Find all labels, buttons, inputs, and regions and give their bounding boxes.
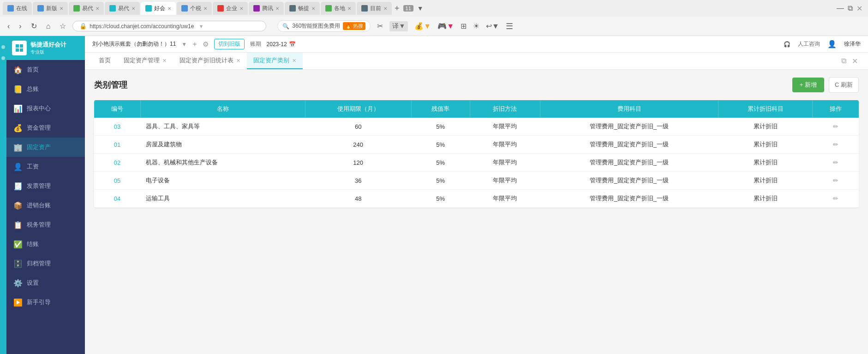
nav-bookmark-btn[interactable]: ☆: [57, 21, 69, 31]
cell-expense-2: 管理费用_固定资产折旧_一级: [540, 154, 718, 172]
account-dropdown-icon[interactable]: ▼: [181, 41, 187, 48]
sidebar-item-report[interactable]: 📊 报表中心: [6, 99, 85, 118]
new-tab-btn[interactable]: +: [395, 4, 400, 13]
sidebar-item-home[interactable]: 🏠 首页: [6, 60, 85, 79]
sidebar-item-asset[interactable]: 🏢 固定资产: [6, 138, 85, 157]
sidebar-item-checkout[interactable]: ✅ 结账: [6, 234, 85, 254]
window-restore-btn[interactable]: ⧉: [848, 4, 853, 12]
invoice-icon: 🧾: [14, 182, 22, 190]
browser-tab-easy2[interactable]: 易代 ✕: [105, 2, 140, 15]
tab-label-easy2: 易代: [118, 5, 129, 12]
browser-tab-good[interactable]: 好会 ✕: [141, 2, 176, 15]
edit-btn-1[interactable]: ✏: [833, 141, 838, 148]
left-edge-bar: [0, 36, 6, 354]
cell-code-1[interactable]: 01: [94, 136, 140, 154]
breadcrumb-tab-depreciation[interactable]: 固定资产折旧统计表 ✕: [173, 53, 247, 69]
table-row: 02 机器、机械和其他生产设备 120 5% 年限平均 管理费用_固定资产折旧_…: [94, 154, 859, 172]
add-category-btn[interactable]: + 新增: [792, 78, 824, 92]
browser-tab-places[interactable]: 各地 ✕: [321, 2, 356, 15]
browser-tab-easy1[interactable]: 易代 ✕: [69, 2, 104, 15]
edit-btn-2[interactable]: ✏: [833, 159, 838, 166]
sidebar-item-inventory[interactable]: 📦 进销台账: [6, 196, 85, 215]
window-restore-inner-btn[interactable]: ⧉: [838, 57, 849, 65]
window-close-btn[interactable]: ✕: [856, 4, 862, 13]
tab-close-places[interactable]: ✕: [347, 6, 351, 11]
nav-forward-btn[interactable]: ›: [16, 21, 24, 31]
edit-btn-3[interactable]: ✏: [833, 177, 838, 184]
nav-back-btn[interactable]: ‹: [5, 21, 12, 31]
sidebar-item-ledger[interactable]: 📒 总账: [6, 79, 85, 99]
cell-action-0[interactable]: ✏: [813, 118, 859, 136]
sidebar-item-guide[interactable]: ▶️ 新手引导: [6, 293, 85, 312]
addr-dropdown-icon[interactable]: ▼: [198, 24, 204, 29]
tab-close-changte[interactable]: ✕: [311, 6, 315, 11]
breadcrumb-tab-category[interactable]: 固定资产类别 ✕: [247, 53, 303, 69]
tab-close-current[interactable]: ✕: [383, 6, 387, 11]
cell-expense-3: 管理费用_固定资产折旧_一级: [540, 172, 718, 190]
breadcrumb-close-asset-mgmt[interactable]: ✕: [162, 58, 167, 64]
sidebar-label-asset: 固定资产: [27, 143, 51, 151]
sidebar-item-tax[interactable]: 📋 税务管理: [6, 215, 85, 234]
browser-tab-changte[interactable]: 畅提 ✕: [285, 2, 320, 15]
calendar-icon[interactable]: 📅: [289, 41, 296, 48]
cell-action-1[interactable]: ✏: [813, 136, 859, 154]
tab-close-tencent[interactable]: ✕: [275, 6, 279, 11]
cell-action-2[interactable]: ✏: [813, 154, 859, 172]
url-display: https://cloud.chanjet.com/accounting/uw1…: [90, 23, 194, 30]
cell-name-1: 房屋及建筑物: [140, 136, 305, 154]
browser-tab-online[interactable]: 在线: [3, 2, 32, 15]
sidebar-item-archive[interactable]: 🗄️ 归档管理: [6, 254, 85, 273]
service-label[interactable]: 人工咨询: [798, 40, 820, 48]
tab-close-corp[interactable]: ✕: [239, 6, 243, 11]
browser-tab-tencent[interactable]: 腾讯 ✕: [249, 2, 284, 15]
sidebar-item-payroll[interactable]: 👤 工资: [6, 157, 85, 176]
menu-icon[interactable]: ☰: [506, 21, 513, 31]
breadcrumb-tab-home[interactable]: 首页: [92, 53, 117, 69]
search-icon: 🔍: [282, 23, 289, 30]
sidebar-item-invoice[interactable]: 🧾 发票管理: [6, 176, 85, 196]
address-input[interactable]: 🔒 https://cloud.chanjet.com/accounting/u…: [72, 21, 266, 31]
hot-search-badge[interactable]: 🔥 热搜: [343, 22, 365, 30]
cell-period-0: 60: [305, 118, 411, 136]
breadcrumb-tab-asset-mgmt[interactable]: 固定资产管理 ✕: [117, 53, 173, 69]
address-bar: ‹ › ↻ ⌂ ☆ 🔒 https://cloud.chanjet.com/ac…: [0, 17, 868, 36]
cell-code-3[interactable]: 05: [94, 172, 140, 190]
browser-tab-tax[interactable]: 个税 ✕: [177, 2, 212, 15]
tab-close-new[interactable]: ✕: [60, 6, 63, 11]
cell-accum-4: 累计折旧: [718, 190, 813, 208]
tab-close-tax[interactable]: ✕: [204, 6, 207, 11]
window-minimize-btn[interactable]: —: [837, 4, 844, 12]
tab-close-good[interactable]: ✕: [168, 6, 171, 11]
sidebar-label-archive: 归档管理: [27, 259, 51, 268]
cell-code-0[interactable]: 03: [94, 118, 140, 136]
browser-tab-corp[interactable]: 企业 ✕: [213, 2, 248, 15]
edge-dot-2: [1, 56, 5, 60]
cell-code-4[interactable]: 04: [94, 190, 140, 208]
window-close-inner-btn[interactable]: ✕: [849, 57, 861, 66]
account-add-btn[interactable]: +: [192, 40, 197, 48]
refresh-btn[interactable]: C 刷新: [829, 77, 859, 93]
sidebar-item-settings[interactable]: ⚙️ 设置: [6, 273, 85, 293]
table-row: 04 运输工具 48 5% 年限平均 管理费用_固定资产折旧_一级 累计折旧 ✏: [94, 190, 859, 208]
cell-name-0: 器具、工具、家具等: [140, 118, 305, 136]
breadcrumb-close-category[interactable]: ✕: [292, 58, 296, 64]
edit-btn-4[interactable]: ✏: [833, 195, 838, 202]
sidebar-item-fund[interactable]: 💰 资金管理: [6, 118, 85, 138]
account-settings-icon[interactable]: ⚙: [203, 40, 209, 48]
tab-close-easy1[interactable]: ✕: [96, 6, 99, 11]
nav-reload-btn[interactable]: ↻: [28, 21, 40, 31]
search-box[interactable]: 🔍 360智能抠图免费用 🔥 热搜: [277, 20, 371, 32]
browser-tab-current[interactable]: 目前 ✕: [357, 2, 392, 15]
tab-menu-btn[interactable]: ▼: [417, 5, 424, 12]
cell-code-2[interactable]: 02: [94, 154, 140, 172]
tab-label-places: 各地: [334, 5, 345, 12]
browser-tab-new[interactable]: 新版 ✕: [33, 2, 68, 15]
breadcrumb-close-depreciation[interactable]: ✕: [236, 58, 240, 64]
tab-close-easy2[interactable]: ✕: [132, 6, 135, 11]
switch-old-version-btn[interactable]: 切到旧版: [214, 39, 245, 49]
cell-action-3[interactable]: ✏: [813, 172, 859, 190]
cell-action-4[interactable]: ✏: [813, 190, 859, 208]
nav-home-btn[interactable]: ⌂: [43, 21, 54, 31]
sidebar-label-home: 首页: [27, 66, 39, 74]
edit-btn-0[interactable]: ✏: [833, 123, 838, 130]
